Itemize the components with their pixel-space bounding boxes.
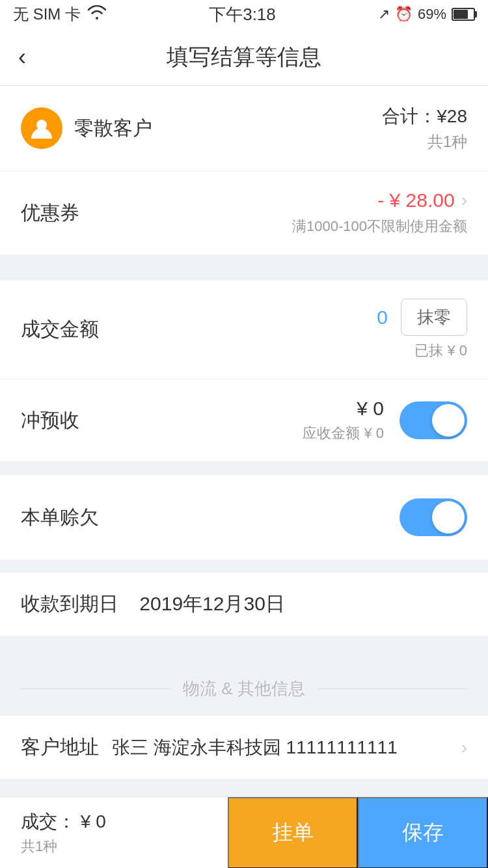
prepay-amount: ¥ 0 bbox=[357, 398, 384, 420]
coupon-description: 满1000-100不限制使用金额 bbox=[292, 217, 467, 236]
customer-avatar bbox=[21, 107, 62, 149]
section-divider-2 bbox=[0, 462, 488, 475]
section-divider-1 bbox=[0, 267, 488, 280]
toggle-knob bbox=[432, 404, 465, 437]
page-title: 填写结算等信息 bbox=[167, 42, 321, 72]
toggle-knob-debt bbox=[432, 501, 465, 534]
save-button[interactable]: 保存 bbox=[358, 797, 488, 869]
bottom-deal-label: 成交： bbox=[21, 811, 75, 832]
coupon-chevron-icon: › bbox=[461, 190, 467, 211]
already-rounded-label: 已抹 ¥ 0 bbox=[414, 341, 467, 360]
wifi-icon bbox=[87, 5, 107, 23]
due-date-value: 2019年12月30日 bbox=[139, 593, 284, 614]
debt-label: 本单赊欠 bbox=[21, 504, 99, 531]
nav-bar: ‹ 填写结算等信息 bbox=[0, 29, 488, 86]
customer-total: 合计：¥28 bbox=[382, 104, 467, 129]
carrier-text: 无 SIM 卡 bbox=[13, 4, 81, 25]
address-chevron-icon: › bbox=[461, 737, 467, 758]
prepay-label: 冲预收 bbox=[21, 407, 79, 434]
bottom-count: 共1种 bbox=[21, 837, 207, 856]
bottom-info: 成交： ¥ 0 共1种 bbox=[0, 809, 228, 856]
address-label: 客户地址 bbox=[21, 734, 99, 761]
coupon-row[interactable]: 优惠券 - ¥ 28.00 › 满1000-100不限制使用金额 bbox=[0, 170, 488, 254]
bottom-deal-amount: ¥ 0 bbox=[81, 811, 106, 832]
prepay-toggle[interactable] bbox=[400, 401, 467, 439]
transaction-amount-row: 成交金额 0 抹零 已抹 ¥ 0 bbox=[0, 280, 488, 379]
transaction-value: 0 bbox=[377, 306, 388, 329]
prepay-row: 冲预收 ¥ 0 应收金额 ¥ 0 bbox=[0, 379, 488, 462]
content: 零散客户 合计：¥28 共1种 优惠券 - ¥ 28.00 › 满1000-10… bbox=[0, 86, 488, 868]
transaction-section: 成交金额 0 抹零 已抹 ¥ 0 冲预收 ¥ 0 应收金额 ¥ 0 bbox=[0, 280, 488, 462]
logistics-divider: 物流 & 其他信息 bbox=[0, 662, 488, 716]
customer-count: 共1种 bbox=[382, 131, 467, 152]
battery-icon bbox=[452, 8, 475, 21]
coupon-discount: - ¥ 28.00 bbox=[377, 189, 454, 211]
logistics-line-left bbox=[21, 688, 170, 689]
time-text: 下午3:18 bbox=[209, 3, 276, 26]
customer-name: 零散客户 bbox=[74, 115, 152, 142]
debt-section: 本单赊欠 bbox=[0, 475, 488, 560]
status-bar: 无 SIM 卡 下午3:18 ↗ ⏰ 69% bbox=[0, 0, 488, 29]
customer-left: 零散客户 bbox=[21, 107, 152, 149]
customer-row: 零散客户 合计：¥28 共1种 bbox=[0, 86, 488, 170]
back-button[interactable]: ‹ bbox=[18, 44, 26, 71]
prepay-receivable-label: 应收金额 ¥ 0 bbox=[303, 424, 384, 443]
status-left: 无 SIM 卡 bbox=[13, 4, 107, 25]
alarm-icon: ⏰ bbox=[395, 6, 413, 23]
due-date-section: 收款到期日 2019年12月30日 bbox=[0, 573, 488, 636]
customer-right: 合计：¥28 共1种 bbox=[382, 104, 467, 152]
address-section[interactable]: 客户地址 张三 海淀永丰科技园 11111111111 › bbox=[0, 716, 488, 779]
battery-text: 69% bbox=[418, 6, 446, 23]
logistics-line-right bbox=[318, 688, 467, 689]
location-icon: ↗ bbox=[378, 6, 390, 23]
coupon-label: 优惠券 bbox=[21, 200, 79, 226]
debt-toggle[interactable] bbox=[400, 498, 467, 536]
address-value: 张三 海淀永丰科技园 11111111111 bbox=[112, 735, 461, 760]
customer-section: 零散客户 合计：¥28 共1种 优惠券 - ¥ 28.00 › 满1000-10… bbox=[0, 86, 488, 254]
round-button[interactable]: 抹零 bbox=[401, 299, 467, 336]
section-divider-3 bbox=[0, 649, 488, 662]
hold-button[interactable]: 挂单 bbox=[228, 797, 358, 869]
logistics-label: 物流 & 其他信息 bbox=[183, 677, 305, 700]
bottom-bar: 成交： ¥ 0 共1种 挂单 保存 bbox=[0, 796, 488, 868]
status-right: ↗ ⏰ 69% bbox=[378, 6, 475, 23]
due-date-label: 收款到期日 bbox=[21, 593, 118, 614]
transaction-label: 成交金额 bbox=[21, 316, 99, 343]
bottom-deal-row: 成交： ¥ 0 bbox=[21, 809, 207, 834]
